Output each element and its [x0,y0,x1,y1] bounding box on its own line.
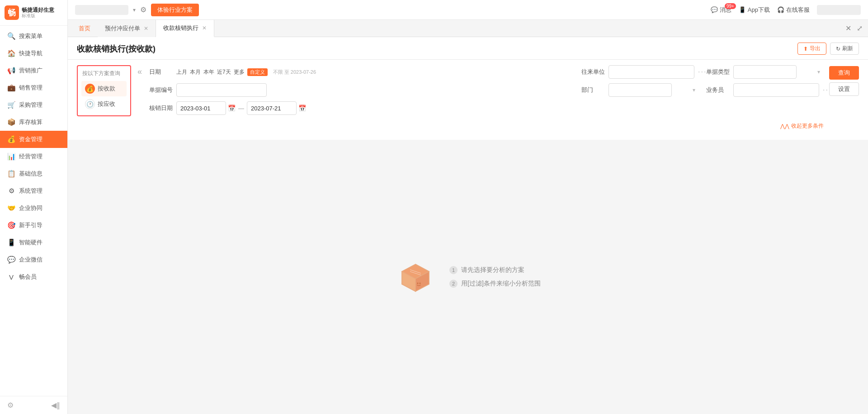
verify-date-start-input[interactable] [176,101,226,115]
export-btn[interactable]: ⬆ 导出 [797,43,826,55]
date-this-year[interactable]: 本年 [203,68,214,76]
tab-prepay[interactable]: 预付冲应付单✕ [98,20,156,37]
phone-icon: 📱 [739,6,746,13]
counterpart-input[interactable] [609,65,694,79]
date-this-month[interactable]: 本月 [190,68,201,76]
corp-wechat-icon: 💬 [7,256,15,264]
date-more[interactable]: 更多 [234,68,245,76]
user-area[interactable] [817,5,861,15]
dept-label: 部门 [581,86,605,94]
sidebar-item-system[interactable]: ⚙系统管理 [0,182,67,200]
sidebar-item-finance[interactable]: 💰资金管理 [0,131,67,148]
doc-type-select-arrow-icon: ▾ [817,69,820,75]
sidebar-item-quick-nav[interactable]: 🏠快捷导航 [0,45,67,62]
sidebar-item-smart-hw[interactable]: 📱智能硬件 [0,234,67,251]
date-7days[interactable]: 近7天 [217,68,231,76]
counterpart-label: 往来单位 [581,68,605,76]
close-tab-receipts[interactable]: ✕ [202,25,207,31]
filter-option-by-receivable[interactable]: 🕐 按应收 [81,96,127,112]
date-label: 日期 [149,68,173,76]
filter-option-by-receipt[interactable]: 💰 按收款 [81,81,127,96]
topbar-chevron-icon[interactable]: ▾ [133,7,136,13]
empty-state: 1 请先选择要分析的方案 2 用[过滤]条件来缩小分析范围 [395,256,541,298]
dept-field: 部门 ▾ [581,83,699,97]
query-btn[interactable]: 查询 [829,66,859,80]
filter-option-receivable-label: 按应收 [98,100,115,108]
service-btn[interactable]: 🎧 在线客服 [777,6,810,14]
hint-num-2: 2 [449,280,458,288]
search-menu-icon: 🔍 [7,32,15,40]
sidebar-item-business[interactable]: 📊经营管理 [0,148,67,165]
verify-date-end-input[interactable] [247,101,297,115]
logo-icon: 畅 [5,5,19,20]
verify-date-label: 核销日期 [149,104,173,112]
sidebar: 畅 畅捷通好生意 标准版 🔍搜索菜单🏠快捷导航📢营销推广💼销售管理🛒采购管理📦库… [0,0,68,414]
marketing-icon: 📢 [7,67,15,75]
date-custom-badge[interactable]: 自定义 [247,68,268,76]
industry-btn[interactable]: 体验行业方案 [151,4,199,16]
sidebar-item-sales[interactable]: 💼销售管理 [0,79,67,96]
calendar-start-icon[interactable]: 📅 [228,105,236,112]
sidebar-item-corp-collab[interactable]: 🤝企业协同 [0,200,67,217]
message-btn[interactable]: 💬 消息 99+ [711,6,731,14]
doc-no-input[interactable] [176,83,267,97]
filter-panel: 按以下方案查询 💰 按收款 🕐 按应收 [77,65,131,116]
business-icon: 📊 [7,152,15,161]
collapse-icon[interactable]: ◀‖ [51,401,60,409]
doc-type-select[interactable] [733,65,797,79]
empty-hints: 1 请先选择要分析的方案 2 用[过滤]条件来缩小分析范围 [449,266,541,288]
quick-nav-icon: 🏠 [7,49,15,57]
settings-btn[interactable]: 设置 [829,82,859,96]
headset-icon: 🎧 [777,6,784,13]
finance-icon: 💰 [7,135,15,143]
sidebar-item-guide[interactable]: 🎯新手引导 [0,217,67,234]
date-last-month[interactable]: 上月 [176,68,187,76]
close-tab-prepay[interactable]: ✕ [144,25,148,32]
app-download-btn[interactable]: 📱 App下载 [739,6,770,14]
sidebar-item-search-menu[interactable]: 🔍搜索菜单 [0,28,67,45]
topbar-gear-icon[interactable]: ⚙ [140,5,146,14]
salesperson-input[interactable] [733,83,819,97]
filter-collapse-btn[interactable]: « [136,65,144,78]
dept-select[interactable] [609,83,672,97]
sidebar-item-basic-info[interactable]: 📋基础信息 [0,165,67,182]
system-icon: ⚙ [7,187,15,195]
refresh-btn[interactable]: ↻ 刷新 [830,43,859,55]
corp-collab-icon: 🤝 [7,204,15,212]
sidebar-item-marketing[interactable]: 📢营销推广 [0,62,67,79]
member-icon: V [7,273,15,281]
sidebar-item-inventory[interactable]: 📦库存核算 [0,114,67,131]
salesperson-label: 业务员 [706,86,730,94]
svg-point-6 [420,282,421,284]
empty-state-svg [395,256,436,297]
logo-sub-text: 标准版 [22,13,54,19]
tabbar: 首页预付冲应付单✕收款核销执行✕ ✕ ⤢ [68,20,868,37]
content-area: 收款核销执行(按收款) ⬆ 导出 ↻ 刷新 [68,37,868,414]
expand-tab-btn[interactable]: ⤢ [855,22,864,34]
settings-icon[interactable]: ⚙ [7,401,14,409]
query-side-actions: 查询 设置 [824,65,859,134]
empty-icon [395,256,436,298]
sidebar-nav: 🔍搜索菜单🏠快捷导航📢营销推广💼销售管理🛒采购管理📦库存核算💰资金管理📊经营管理… [0,26,67,396]
hint-num-1: 1 [449,266,458,274]
sidebar-item-corp-wechat[interactable]: 💬企业微信 [0,251,67,268]
topbar: ▾ ⚙ 体验行业方案 💬 消息 99+ 📱 App下载 🎧 在线客服 [68,0,868,20]
filter-area: 按以下方案查询 💰 按收款 🕐 按应收 « [68,60,868,140]
sidebar-item-purchase[interactable]: 🛒采购管理 [0,96,67,114]
counterpart-dots-btn[interactable]: ··· [698,68,707,76]
tab-receipts[interactable]: 收款核销执行✕ [156,20,214,37]
purchase-icon: 🛒 [7,101,15,109]
receivable-icon: 🕐 [85,99,95,109]
message-badge: 99+ [725,3,736,9]
main-content: 1 请先选择要分析的方案 2 用[过滤]条件来缩小分析范围 [68,140,868,414]
close-tab-btn[interactable]: ✕ [844,22,853,34]
guide-icon: 🎯 [7,221,15,229]
page: 收款核销执行(按收款) ⬆ 导出 ↻ 刷新 [68,37,868,414]
query-form: 日期 上月 本月 本年 近7天 更多 自定义 [149,65,824,134]
calendar-end-icon[interactable]: 📅 [298,105,306,112]
collapse-more-btn[interactable]: ⋀⋀ 收起更多条件 [149,119,824,134]
sidebar-item-member[interactable]: V畅会员 [0,268,67,286]
verify-date-field: 核销日期 📅 — [149,101,824,115]
tab-home[interactable]: 首页 [71,20,98,37]
collapse-up-icon: ⋀⋀ [780,123,789,129]
